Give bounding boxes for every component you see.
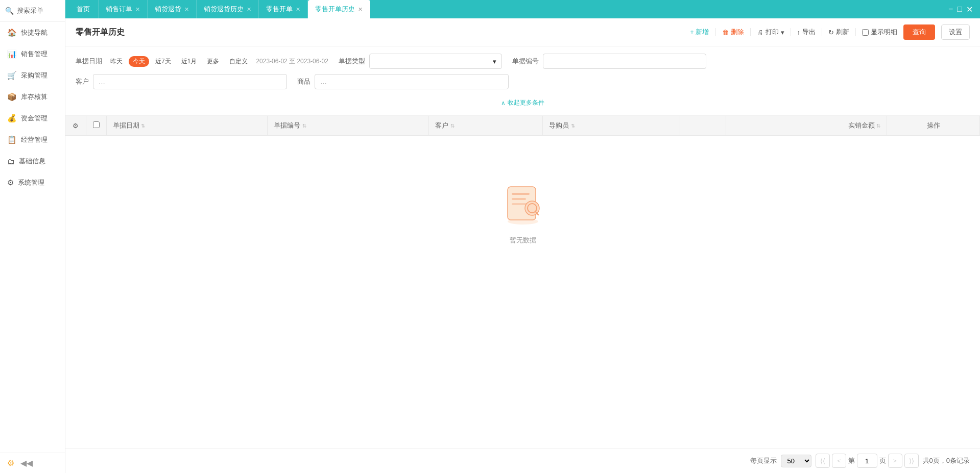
show-detail-input[interactable] <box>862 29 869 36</box>
date-filter-label: 单据日期 <box>76 57 102 66</box>
window-restore-icon[interactable]: □ <box>957 5 962 14</box>
tab-sales-order-close[interactable]: ✕ <box>135 6 140 13</box>
filter-type: 单据类型 ▾ <box>339 54 502 69</box>
tab-sales-order-label: 销售订单 <box>106 5 132 14</box>
page-title: 零售开单历史 <box>76 27 125 38</box>
page-prefix-label: 第 <box>848 456 855 465</box>
print-button[interactable]: 🖨 打印 ▾ <box>757 28 784 37</box>
sort-customer-icon: ⇅ <box>450 123 455 129</box>
box-icon: 📦 <box>7 92 17 102</box>
window-minimize-icon[interactable]: − <box>948 5 953 14</box>
content: 零售开单历史 + 新增 🗑 删除 🖨 打印 ▾ ↑ <box>65 18 980 473</box>
settings-icon[interactable]: ⚙ <box>7 458 14 468</box>
collapse-more-conditions[interactable]: ∧ 收起更多条件 <box>499 96 546 109</box>
th-amount[interactable]: 实销金额 ⇅ <box>726 116 887 136</box>
date-btn-last1month[interactable]: 近1月 <box>177 56 201 67</box>
sidebar-item-sales-mgmt[interactable]: 📊 销售管理 <box>0 43 65 65</box>
sidebar-item-inventory[interactable]: 📦 库存核算 <box>0 86 65 108</box>
query-button[interactable]: 查询 <box>903 24 935 40</box>
date-btn-more[interactable]: 更多 <box>203 56 223 67</box>
pagination-nav: ⟨⟨ ＜ 第 页 ＞ ⟩⟩ <box>816 454 919 468</box>
th-date[interactable]: 单据日期 ⇅ <box>106 116 268 136</box>
page-number-input[interactable] <box>857 454 877 468</box>
print-icon: 🖨 <box>757 29 763 36</box>
sidebar-item-quick-nav[interactable]: 🏠 快捷导航 <box>0 22 65 43</box>
th-spacer <box>680 116 726 136</box>
last-page-button[interactable]: ⟩⟩ <box>904 454 919 468</box>
search-icon: 🔍 <box>5 7 14 15</box>
date-btn-last7[interactable]: 近7天 <box>151 56 175 67</box>
sidebar-item-sys-mgmt[interactable]: ⚙ 系统管理 <box>0 172 65 193</box>
tab-home-label: 首页 <box>77 5 90 14</box>
tab-retail-open-history[interactable]: 零售开单历史 ✕ <box>308 0 370 18</box>
sidebar-menu: 🏠 快捷导航 📊 销售管理 🛒 采购管理 📦 库存核算 💰 资金管理 📋 经营管… <box>0 22 65 453</box>
window-close-icon[interactable]: ✕ <box>966 5 973 14</box>
th-customer[interactable]: 客户 ⇅ <box>428 116 542 136</box>
refresh-icon: ↻ <box>828 29 834 36</box>
tab-home[interactable]: 首页 <box>68 0 99 18</box>
select-all-checkbox[interactable] <box>93 121 100 128</box>
th-check[interactable] <box>86 116 106 136</box>
main-area: 首页 销售订单 ✕ 销货退货 ✕ 销货退货历史 ✕ 零售开单 ✕ 零售开单历史 … <box>65 0 980 473</box>
tab-sales-return-history[interactable]: 销货退货历史 ✕ <box>197 0 259 18</box>
collapse-sidebar-icon[interactable]: ◀◀ <box>20 458 33 468</box>
settings-button[interactable]: 设置 <box>941 24 970 40</box>
sort-guide-icon: ⇅ <box>571 123 575 129</box>
export-button[interactable]: ↑ 导出 <box>797 28 816 37</box>
page-suffix-label: 页 <box>879 456 886 465</box>
sidebar-item-base-info[interactable]: 🗂 基础信息 <box>0 151 65 172</box>
th-guide[interactable]: 导购员 ⇅ <box>543 116 680 136</box>
th-gear[interactable]: ⚙ <box>65 116 86 136</box>
date-btn-yesterday[interactable]: 昨天 <box>106 56 127 67</box>
th-customer-label: 客户 <box>435 121 448 129</box>
customer-input[interactable] <box>93 74 287 89</box>
date-btn-custom[interactable]: 自定义 <box>225 56 252 67</box>
tab-retail-open-history-close[interactable]: ✕ <box>358 6 363 13</box>
delete-icon: 🗑 <box>722 29 729 36</box>
filter-date: 单据日期 昨天 今天 近7天 近1月 更多 自定义 2023-06-02 至 2… <box>76 56 328 67</box>
show-detail-checkbox[interactable]: 显示明细 <box>862 28 897 37</box>
sidebar-item-finance[interactable]: 💰 资金管理 <box>0 108 65 129</box>
sidebar-item-operations[interactable]: 📋 经营管理 <box>0 129 65 151</box>
filter-area: 单据日期 昨天 今天 近7天 近1月 更多 自定义 2023-06-02 至 2… <box>65 46 980 116</box>
delete-button[interactable]: 🗑 删除 <box>722 28 744 37</box>
gear-menu-icon: ⚙ <box>7 178 14 187</box>
tab-sales-return-close[interactable]: ✕ <box>184 6 189 13</box>
next-page-button[interactable]: ＞ <box>888 454 902 468</box>
per-page-select[interactable]: 50 10 20 100 <box>781 455 811 467</box>
refresh-button[interactable]: ↻ 刷新 <box>828 28 849 37</box>
table-container: ⚙ 单据日期 ⇅ 单据编号 ⇅ <box>65 116 980 448</box>
tabs-bar: 首页 销售订单 ✕ 销货退货 ✕ 销货退货历史 ✕ 零售开单 ✕ 零售开单历史 … <box>65 0 980 18</box>
tab-sales-order[interactable]: 销售订单 ✕ <box>99 0 148 18</box>
product-filter-label: 商品 <box>297 77 310 86</box>
type-select[interactable]: ▾ <box>369 54 502 69</box>
sidebar-item-label: 库存核算 <box>21 92 47 102</box>
filter-row-2: 客户 商品 <box>76 74 970 89</box>
sidebar-search-label: 搜索采单 <box>17 6 43 15</box>
sidebar: 🔍 搜索采单 🏠 快捷导航 📊 销售管理 🛒 采购管理 📦 库存核算 💰 资金管… <box>0 0 65 473</box>
date-btn-today[interactable]: 今天 <box>129 56 149 67</box>
pagination: 每页显示 50 10 20 100 ⟨⟨ ＜ 第 页 ＞ ⟩⟩ 共0页，0条记录 <box>65 448 980 473</box>
sidebar-search[interactable]: 🔍 搜索采单 <box>0 0 65 22</box>
sidebar-item-purchase-mgmt[interactable]: 🛒 采购管理 <box>0 65 65 86</box>
date-range-display: 2023-06-02 至 2023-06-02 <box>256 57 328 66</box>
prev-page-button[interactable]: ＜ <box>832 454 846 468</box>
th-number[interactable]: 单据编号 ⇅ <box>268 116 429 136</box>
number-input[interactable] <box>543 54 706 69</box>
product-input[interactable] <box>315 74 509 89</box>
th-date-label: 单据日期 <box>113 121 139 129</box>
filter-customer: 客户 <box>76 74 287 89</box>
add-button[interactable]: + 新增 <box>690 28 709 37</box>
th-number-label: 单据编号 <box>274 121 300 129</box>
delete-label: 删除 <box>731 28 744 37</box>
first-page-button[interactable]: ⟨⟨ <box>816 454 830 468</box>
toolbar-divider-3 <box>791 28 791 36</box>
tab-retail-open-close[interactable]: ✕ <box>296 6 300 13</box>
tab-retail-open[interactable]: 零售开单 ✕ <box>259 0 308 18</box>
tab-sales-return[interactable]: 销货退货 ✕ <box>148 0 197 18</box>
print-dropdown-icon: ▾ <box>781 29 784 36</box>
table-area: ⚙ 单据日期 ⇅ 单据编号 ⇅ <box>65 116 980 448</box>
tab-sales-return-history-close[interactable]: ✕ <box>247 6 251 13</box>
sidebar-item-label: 采购管理 <box>21 71 47 80</box>
type-filter-label: 单据类型 <box>339 57 365 66</box>
